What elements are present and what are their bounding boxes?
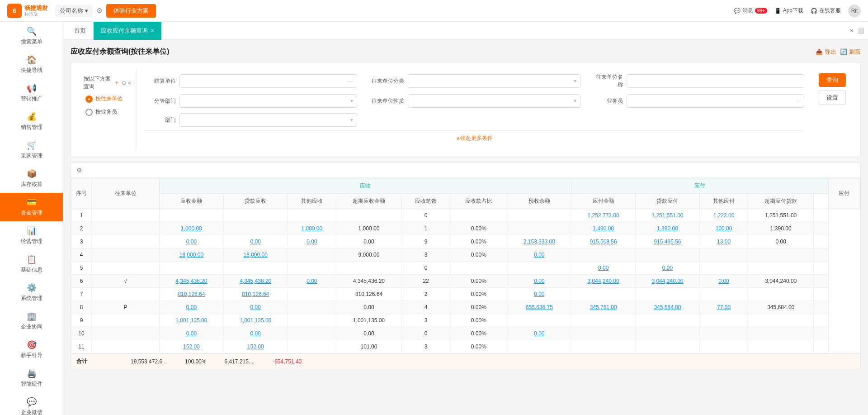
table-cell[interactable]: 13.00 (699, 235, 748, 248)
export-button[interactable]: 📤 导出 (816, 48, 836, 56)
table-cell[interactable]: 915,495.56 (636, 235, 700, 248)
table-cell[interactable] (636, 314, 700, 327)
table-cell[interactable]: 0.00 (507, 288, 571, 301)
table-cell[interactable] (571, 248, 636, 262)
settlement-unit-input[interactable]: ··· (179, 74, 357, 88)
unit-nature-select[interactable]: ▾ (408, 94, 581, 108)
table-cell[interactable]: 0.00 (507, 327, 571, 340)
table-cell[interactable] (571, 327, 636, 340)
table-cell[interactable] (636, 340, 700, 353)
app-download-button[interactable]: 📱 App下载 (774, 7, 803, 14)
table-cell[interactable]: 0.00 (288, 275, 336, 288)
dept-select[interactable]: ▾ (179, 94, 357, 108)
table-cell[interactable]: 3,044,240.00 (636, 275, 700, 288)
tab-maximize-icon[interactable]: ⬜ (858, 28, 864, 34)
table-cell[interactable] (699, 262, 748, 275)
table-cell[interactable]: 152.00 (160, 340, 224, 353)
sidebar-item-marketing[interactable]: 📢 营销推广 (0, 79, 63, 107)
table-cell[interactable] (288, 301, 336, 314)
tab-ar-query[interactable]: 应收应付余额查询 ✕ (94, 22, 162, 40)
table-cell[interactable]: 1,490.00 (571, 222, 636, 235)
sidebar-item-system[interactable]: ⚙️ 系统管理 (0, 278, 63, 307)
department-select[interactable]: ▾ (179, 113, 357, 127)
gear-icon[interactable]: ⚙ (96, 6, 103, 15)
table-cell[interactable] (699, 248, 748, 262)
company-selector[interactable]: 公司名称 ▾ (55, 5, 93, 17)
table-cell[interactable] (636, 248, 700, 262)
table-cell[interactable]: 810,126.64 (223, 288, 288, 301)
table-cell[interactable]: 0.00 (223, 327, 288, 340)
online-service-button[interactable]: 🎧 在线客服 (811, 7, 841, 14)
sidebar-item-search-menu[interactable]: 🔍 搜索菜单 (0, 22, 63, 50)
table-cell[interactable] (636, 327, 700, 340)
table-cell[interactable]: 0.00 (507, 248, 571, 262)
table-cell[interactable] (507, 222, 571, 235)
table-cell[interactable]: 152.00 (223, 340, 288, 353)
collapse-filter-button[interactable]: ∧ 收起更多条件 (144, 130, 804, 146)
table-cell[interactable]: 0.00 (223, 235, 288, 248)
table-cell[interactable]: 810,126.64 (160, 288, 224, 301)
table-cell[interactable]: 1,001,135.00 (160, 314, 224, 327)
sidebar-item-wechat[interactable]: 💬 企业微信 (0, 392, 63, 415)
tab-close-window-icon[interactable]: ✕ (849, 28, 854, 34)
table-cell[interactable] (223, 222, 288, 235)
filter-settings-icon[interactable]: ⊙ (122, 80, 126, 86)
table-cell[interactable] (160, 262, 224, 275)
table-cell[interactable]: 18,000.00 (223, 248, 288, 262)
table-cell[interactable] (223, 209, 288, 222)
table-cell[interactable]: 4,345,436.20 (160, 275, 224, 288)
table-cell[interactable]: 0.00 (571, 262, 636, 275)
unit-name-input[interactable] (627, 74, 804, 88)
sidebar-item-smart-hw[interactable]: 🖨️ 智能硬件 (0, 364, 63, 392)
tab-close-icon[interactable]: ✕ (151, 28, 154, 33)
table-scroll[interactable]: 序号 往来单位 应收 应付 应付 应收金额 贷款应收 其他应收 超期应收金额 (71, 178, 860, 353)
table-cell[interactable]: 3,044,240.00 (571, 275, 636, 288)
table-cell[interactable] (288, 340, 336, 353)
table-cell[interactable] (699, 340, 748, 353)
add-filter-icon[interactable]: ＋ (113, 79, 120, 87)
table-cell[interactable] (507, 262, 571, 275)
table-cell[interactable]: 2,153,333.00 (507, 235, 571, 248)
table-cell[interactable]: 0.00 (507, 275, 571, 288)
table-cell[interactable] (288, 327, 336, 340)
user-avatar[interactable]: Rit (848, 5, 861, 17)
table-cell[interactable] (699, 327, 748, 340)
filter-nav-by-salesman[interactable]: 按业务员 (78, 105, 137, 119)
table-cell[interactable]: 0.00 (699, 275, 748, 288)
table-cell[interactable]: 1,251,551.00 (636, 209, 700, 222)
sidebar-item-finance[interactable]: 💳 资金管理 (0, 193, 63, 221)
table-cell[interactable]: 18,000.00 (160, 248, 224, 262)
table-cell[interactable] (507, 340, 571, 353)
sidebar-item-inventory[interactable]: 📦 库存核算 (0, 164, 63, 193)
table-cell[interactable]: 77.00 (699, 301, 748, 314)
table-cell[interactable] (699, 288, 748, 301)
sidebar-item-operations[interactable]: 📊 经营管理 (0, 221, 63, 250)
table-cell[interactable] (160, 209, 224, 222)
sidebar-item-guide[interactable]: 🎯 新手引导 (0, 335, 63, 364)
query-button[interactable]: 查询 (819, 73, 846, 87)
table-cell[interactable]: 0.00 (288, 235, 336, 248)
table-cell[interactable] (571, 314, 636, 327)
table-cell[interactable]: 915,508.56 (571, 235, 636, 248)
table-cell[interactable] (571, 288, 636, 301)
table-cell[interactable]: 345,684.00 (636, 301, 700, 314)
sidebar-item-enterprise[interactable]: 🏢 企业协同 (0, 307, 63, 335)
sidebar-item-purchase[interactable]: 🛒 采购管理 (0, 136, 63, 164)
solution-button[interactable]: 体验行业方案 (106, 4, 156, 18)
filter-back-icon[interactable]: « (128, 80, 131, 86)
salesman-input[interactable]: ··· (627, 94, 804, 108)
table-cell[interactable]: 0.00 (223, 301, 288, 314)
table-cell[interactable]: 1,001,135.00 (223, 314, 288, 327)
table-cell[interactable] (507, 314, 571, 327)
table-cell[interactable]: 655,636.75 (507, 301, 571, 314)
table-cell[interactable]: 1,390.00 (636, 222, 700, 235)
table-cell[interactable]: 345,761.00 (571, 301, 636, 314)
sidebar-item-sales[interactable]: 💰 销售管理 (0, 107, 63, 136)
table-cell[interactable] (699, 314, 748, 327)
table-cell[interactable]: 4,345,436.20 (223, 275, 288, 288)
table-cell[interactable] (636, 288, 700, 301)
table-settings-icon[interactable]: ⚙ (76, 167, 82, 174)
table-cell[interactable]: 0.00 (160, 235, 224, 248)
table-cell[interactable] (223, 262, 288, 275)
table-cell[interactable] (288, 248, 336, 262)
